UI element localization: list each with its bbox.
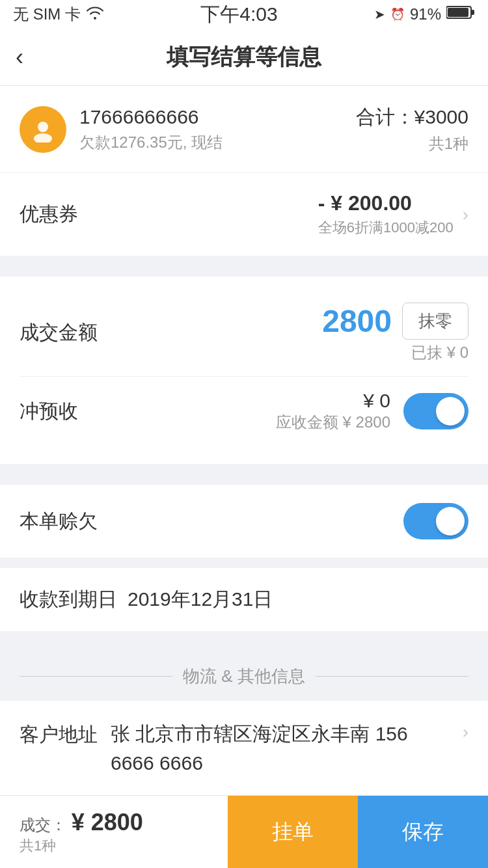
prepayment-row: 冲预收 ¥ 0 应收金额 ¥ 2800 bbox=[20, 376, 468, 446]
customer-right: 合计：¥3000 共1种 bbox=[356, 104, 468, 154]
avatar bbox=[20, 106, 66, 153]
divider-line-right bbox=[316, 676, 468, 677]
coupon-desc: 全场6折满1000减200 bbox=[318, 218, 454, 237]
customer-card: 17666666666 欠款1276.35元, 现结 合计：¥3000 共1种 … bbox=[0, 86, 488, 256]
customer-phone: 17666666666 bbox=[79, 106, 223, 128]
due-date-label: 收款到期日 bbox=[20, 586, 117, 613]
bottom-bar: 成交： ¥ 2800 共1种 挂单 保存 bbox=[0, 795, 488, 868]
debt-toggle[interactable] bbox=[403, 503, 468, 539]
separator-2 bbox=[0, 474, 488, 485]
transaction-card: 成交金额 2800 抹零 已抹 ¥ 0 冲预收 ¥ 0 应收金额 ¥ 2800 bbox=[0, 277, 488, 464]
svg-rect-1 bbox=[471, 10, 474, 15]
battery-label: 91% bbox=[410, 5, 441, 23]
transaction-right: 2800 抹零 bbox=[322, 303, 468, 340]
coupon-discount: - ¥ 200.00 bbox=[318, 191, 454, 215]
receivable-amount: 应收金额 ¥ 2800 bbox=[276, 412, 390, 433]
page-title: 填写结算等信息 bbox=[167, 42, 321, 72]
toggle-circle bbox=[436, 397, 465, 426]
prepayment-amount: ¥ 0 bbox=[276, 390, 390, 412]
customer-left: 17666666666 欠款1276.35元, 现结 bbox=[20, 106, 223, 153]
divider-line-left bbox=[20, 676, 172, 677]
carrier-label: 无 SIM 卡 bbox=[13, 4, 81, 25]
alarm-icon: ⏰ bbox=[390, 7, 405, 21]
prepayment-right: ¥ 0 应收金额 ¥ 2800 bbox=[276, 390, 468, 433]
already-rounded: 已抹 ¥ 0 bbox=[411, 342, 468, 363]
coupon-label: 优惠券 bbox=[20, 201, 78, 228]
coupon-right: - ¥ 200.00 全场6折满1000减200 › bbox=[318, 191, 468, 237]
logistics-label: 物流 & 其他信息 bbox=[183, 665, 305, 688]
hold-button[interactable]: 挂单 bbox=[228, 796, 358, 868]
status-left: 无 SIM 卡 bbox=[13, 4, 104, 25]
customer-row: 17666666666 欠款1276.35元, 现结 合计：¥3000 共1种 bbox=[0, 86, 488, 172]
status-right: ➤ ⏰ 91% bbox=[374, 5, 475, 23]
content-area: 17666666666 欠款1276.35元, 现结 合计：¥3000 共1种 … bbox=[0, 86, 488, 868]
svg-point-3 bbox=[38, 122, 48, 132]
chevron-right-icon: › bbox=[463, 204, 468, 225]
separator-1 bbox=[0, 266, 488, 277]
due-date-row: 收款到期日 2019年12月31日 bbox=[0, 568, 488, 631]
transaction-row: 成交金额 2800 抹零 已抹 ¥ 0 bbox=[20, 295, 468, 371]
total-amount: 合计：¥3000 bbox=[356, 104, 468, 131]
debt-row: 本单赊欠 bbox=[0, 485, 488, 558]
coupon-row[interactable]: 优惠券 - ¥ 200.00 全场6折满1000减200 › bbox=[0, 172, 488, 256]
prepayment-label: 冲预收 bbox=[20, 398, 78, 425]
svg-point-4 bbox=[34, 133, 52, 142]
deal-count: 共1种 bbox=[20, 836, 208, 856]
svg-rect-2 bbox=[448, 8, 468, 17]
deal-label: 成交： bbox=[20, 816, 66, 834]
status-bar: 无 SIM 卡 下午4:03 ➤ ⏰ 91% bbox=[0, 0, 488, 29]
customer-sub: 欠款1276.35元, 现结 bbox=[79, 132, 223, 153]
transaction-label: 成交金额 bbox=[20, 319, 98, 346]
debt-toggle-circle bbox=[436, 507, 465, 536]
status-time: 下午4:03 bbox=[200, 1, 277, 28]
logistics-divider: 物流 & 其他信息 bbox=[0, 652, 488, 701]
address-label: 客户地址 bbox=[20, 719, 98, 748]
debt-label: 本单赊欠 bbox=[20, 508, 98, 535]
prepayment-toggle[interactable] bbox=[403, 393, 468, 429]
due-date-value: 2019年12月31日 bbox=[128, 586, 273, 613]
total-count: 共1种 bbox=[356, 133, 468, 154]
save-button[interactable]: 保存 bbox=[358, 796, 488, 868]
round-button[interactable]: 抹零 bbox=[402, 303, 468, 340]
deal-amount: ¥ 2800 bbox=[72, 809, 143, 835]
battery-icon bbox=[446, 5, 475, 23]
customer-info: 17666666666 欠款1276.35元, 现结 bbox=[79, 106, 223, 153]
wifi-icon bbox=[86, 5, 104, 23]
address-value: 张 北京市市辖区海淀区永丰南 156 6666 6666 bbox=[111, 719, 456, 778]
nav-bar: ‹ 填写结算等信息 bbox=[0, 29, 488, 86]
bottom-info: 成交： ¥ 2800 共1种 bbox=[0, 796, 228, 868]
separator-3 bbox=[0, 642, 488, 652]
location-icon: ➤ bbox=[374, 7, 385, 22]
back-button[interactable]: ‹ bbox=[16, 44, 23, 71]
transaction-amount: 2800 bbox=[322, 303, 392, 339]
address-row[interactable]: 客户地址 张 北京市市辖区海淀区永丰南 156 6666 6666 › bbox=[0, 701, 488, 796]
address-chevron-icon: › bbox=[463, 719, 468, 742]
